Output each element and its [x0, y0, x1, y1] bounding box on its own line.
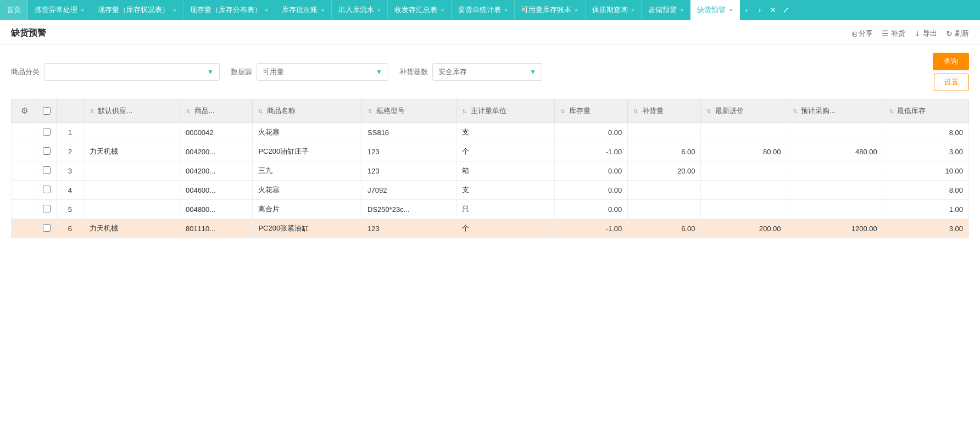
gear-settings-btn[interactable]: ⚙ — [17, 104, 31, 118]
close-tab-10[interactable]: × — [680, 7, 683, 13]
tab-inout-flow[interactable]: 出入库流水 × — [332, 0, 388, 20]
row-checkbox-1[interactable] — [43, 147, 51, 155]
page-header: 缺货预警 ⎗ 分享 ☰ 补货 ⤓ 导出 ↻ 刷新 — [0, 20, 980, 45]
tab-available-stock[interactable]: 可用量库存账本 × — [515, 0, 585, 20]
product-name-sort-icon: ⇅ — [258, 108, 263, 114]
th-product-name[interactable]: ⇅ 商品名称 — [253, 99, 362, 123]
td-spec-0: SS816 — [362, 123, 456, 142]
close-tab-9[interactable]: × — [631, 7, 634, 13]
tab-summary[interactable]: 收发存汇总表 × — [388, 0, 451, 20]
replenish-button[interactable]: ☰ 补货 — [882, 29, 905, 38]
td-checkbox-3 — [37, 181, 57, 200]
datasource-label: 数据源 — [231, 67, 252, 77]
td-stock-5: -1.00 — [555, 219, 628, 238]
td-product-name-1: PC200油缸庄子 — [253, 142, 362, 161]
main-content: 缺货预警 ⎗ 分享 ☰ 补货 ⤓ 导出 ↻ 刷新 商品分类 — [0, 20, 980, 437]
th-supplier[interactable]: ⇅ 默认供应... — [83, 99, 180, 123]
close-tab-3[interactable]: × — [265, 7, 268, 13]
td-replenish-0 — [628, 123, 701, 142]
datasource-filter-group: 数据源 可用量 ▼ — [231, 63, 388, 81]
row-checkbox-5[interactable] — [43, 224, 51, 232]
tab-current-stock-dist[interactable]: 现存量（库存分布表） × — [183, 0, 275, 20]
share-button[interactable]: ⎗ 分享 — [852, 29, 873, 38]
refresh-button[interactable]: ↻ 刷新 — [946, 29, 969, 38]
datasource-select[interactable]: 可用量 ▼ — [257, 63, 388, 81]
close-tab-6[interactable]: × — [441, 7, 444, 13]
th-est-purchase[interactable]: ⇅ 预计采购... — [787, 99, 883, 123]
td-min-stock-1: 3.00 — [883, 142, 968, 161]
tab-next-btn[interactable]: › — [753, 0, 766, 20]
td-spec-4: DS250*23c... — [362, 200, 456, 219]
tab-expiry-query[interactable]: 保质期查询 × — [586, 0, 642, 20]
close-tab-4[interactable]: × — [321, 7, 324, 13]
close-tab-8[interactable]: × — [575, 7, 578, 13]
tab-overstock-warning[interactable]: 超储预警 × — [642, 0, 691, 20]
tab-shortage-warning[interactable]: 缺货预警 × — [691, 0, 739, 20]
est-purchase-sort-icon: ⇅ — [793, 108, 797, 114]
tab-requisition-stats[interactable]: 要货单统计表 × — [452, 0, 515, 20]
datasource-value: 可用量 — [263, 67, 284, 77]
td-supplier-5: 力天机械 — [83, 219, 180, 238]
th-latest-price[interactable]: ⇅ 最新进价 — [701, 99, 787, 123]
replenish-base-dropdown-arrow: ▼ — [530, 68, 536, 76]
close-tab-5[interactable]: × — [377, 7, 381, 13]
td-rownum-5: 6 — [57, 219, 84, 238]
tab-prev-btn[interactable]: ‹ — [740, 0, 753, 20]
td-min-stock-0: 8.00 — [883, 123, 968, 142]
td-supplier-0 — [83, 123, 180, 142]
share-icon: ⎗ — [852, 29, 856, 38]
row-checkbox-4[interactable] — [43, 205, 51, 212]
td-replenish-5: 6.00 — [628, 219, 701, 238]
settings-button[interactable]: 设置 — [934, 74, 969, 91]
export-button[interactable]: ⤓ 导出 — [914, 29, 937, 38]
tab-close-all-btn[interactable]: ✕ — [766, 0, 779, 20]
replenish-base-select[interactable]: 安全库存 ▼ — [432, 63, 542, 81]
td-product-name-3: 火花塞 — [253, 181, 362, 200]
th-spec[interactable]: ⇅ 规格型号 — [362, 99, 456, 123]
th-unit[interactable]: ⇅ 主计量单位 — [456, 99, 555, 123]
th-replenish[interactable]: ⇅ 补货量 — [628, 99, 701, 123]
td-checkbox-2 — [37, 161, 57, 181]
table-row: 4 004600... 火花塞 J7092 支 0.00 8.00 — [12, 181, 969, 200]
td-unit-2: 箱 — [456, 161, 555, 181]
close-tab-1[interactable]: × — [81, 7, 84, 13]
close-tab-11[interactable]: × — [729, 7, 732, 13]
th-checkbox — [37, 99, 57, 123]
tab-expand-btn[interactable]: ⤢ — [779, 0, 793, 20]
query-button[interactable]: 查询 — [933, 53, 969, 70]
td-latest-price-4 — [701, 200, 787, 219]
row-checkbox-2[interactable] — [43, 166, 51, 174]
td-est-purchase-2 — [787, 161, 883, 181]
td-latest-price-0 — [701, 123, 787, 142]
close-tab-2[interactable]: × — [172, 7, 176, 13]
close-tab-7[interactable]: × — [504, 7, 508, 13]
th-product-code[interactable]: ⇅ 商品... — [180, 99, 253, 123]
td-product-code-3: 004600... — [180, 181, 253, 200]
tab-home[interactable]: 首页 — [0, 0, 28, 20]
td-product-code-0: 0000042 — [180, 123, 253, 142]
row-checkbox-3[interactable] — [43, 186, 51, 193]
datasource-dropdown-arrow: ▼ — [376, 68, 382, 76]
tab-picking-exception[interactable]: 拣货异常处理 × — [28, 0, 91, 20]
replenish-sort-icon: ⇅ — [633, 108, 638, 114]
td-replenish-1: 6.00 — [628, 142, 701, 161]
th-stock[interactable]: ⇅ 库存量 — [555, 99, 628, 123]
td-est-purchase-1: 480.00 — [787, 142, 883, 161]
th-min-stock[interactable]: ⇅ 最低库存 — [883, 99, 968, 123]
td-stock-2: 0.00 — [555, 161, 628, 181]
td-gear-5 — [12, 219, 37, 238]
tab-current-stock-status[interactable]: 现存量（库存状况表） × — [91, 0, 183, 20]
product-code-sort-icon: ⇅ — [186, 108, 190, 114]
row-checkbox-0[interactable] — [43, 128, 51, 136]
td-unit-4: 只 — [456, 200, 555, 219]
td-est-purchase-5: 1200.00 — [787, 219, 883, 238]
tab-batch-account[interactable]: 库存批次账 × — [275, 0, 331, 20]
category-select[interactable]: ▼ — [44, 63, 220, 81]
select-all-checkbox[interactable] — [43, 107, 51, 115]
td-spec-5: 123 — [362, 219, 456, 238]
td-gear-2 — [12, 161, 37, 181]
td-unit-5: 个 — [456, 219, 555, 238]
spec-sort-icon: ⇅ — [368, 108, 372, 114]
td-est-purchase-0 — [787, 123, 883, 142]
td-checkbox-1 — [37, 142, 57, 161]
